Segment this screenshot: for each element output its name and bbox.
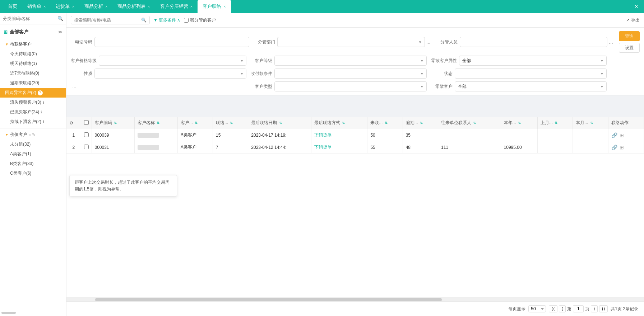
sidebar-item-ungroups[interactable]: 未分组(32) xyxy=(0,140,66,149)
row-contact-count: 7 xyxy=(213,141,248,154)
filter-dept-select[interactable] xyxy=(277,37,425,47)
sort-icon: ⇅ xyxy=(114,121,117,125)
filter-customer-grade-select[interactable] xyxy=(274,56,426,66)
sidebar-item-abnormal-repurchase[interactable]: 回购异常客户(2) ? xyxy=(0,88,66,98)
sidebar-item-c-class[interactable]: C类客户(6) xyxy=(0,169,66,178)
sidebar-item-declining[interactable]: 持续下滑客户(2) ℹ xyxy=(0,117,66,127)
nav-product-analysis[interactable]: 商品分析 × xyxy=(79,0,112,13)
nav-customer-contact[interactable]: 客户联络 × xyxy=(198,0,231,13)
page-number-input[interactable] xyxy=(573,305,584,312)
first-page-button[interactable]: ⟨⟨ xyxy=(549,305,557,312)
scroll-indicator xyxy=(1,312,16,314)
row-select-checkbox[interactable] xyxy=(84,132,89,137)
settings-col-header[interactable]: ⚙ xyxy=(66,117,81,129)
row-last-month xyxy=(538,129,573,141)
sidebar-item-7day-contact[interactable]: 近7天待联络(0) xyxy=(0,69,66,78)
sidebar-search-icon[interactable]: 🔍 xyxy=(57,16,63,21)
col-header-company-contact[interactable]: 往来单位联系人 ⇅ xyxy=(438,117,501,129)
sidebar-scroll-bar xyxy=(0,309,66,316)
col-header-contact-count[interactable]: 联络... ⇅ xyxy=(213,117,248,129)
col-header-last-contact-method[interactable]: 最后联络方式 ⇅ xyxy=(311,117,367,129)
close-icon[interactable]: × xyxy=(148,4,150,9)
action-grid-icon[interactable]: ⊞ xyxy=(620,132,624,138)
row-this-month xyxy=(573,141,608,154)
filter-status-select[interactable] xyxy=(455,69,607,79)
filter-customer-type-select[interactable] xyxy=(274,81,426,91)
more-filter-button[interactable]: ▼ 更多条件 ∧ xyxy=(153,17,180,23)
filter-manager-input[interactable] xyxy=(460,37,607,47)
tooltip-box: 距客户上次交易时长，超过了此客户的平均交易周期的1.5倍，则视为异常。 xyxy=(69,175,177,197)
info-icon-declining: ℹ xyxy=(43,120,44,124)
sidebar-group-pending-contact[interactable]: ▼ 待联络客户 xyxy=(0,39,66,49)
filter-phone-input[interactable] xyxy=(94,37,249,47)
search-input[interactable] xyxy=(74,18,140,23)
dept-dots[interactable]: ... xyxy=(425,39,432,45)
filter-payment-select[interactable] xyxy=(274,69,426,79)
page-end-text: 页 xyxy=(585,306,589,312)
sidebar-item-churned[interactable]: 已流失客户(24) ℹ xyxy=(0,107,66,117)
sidebar-item-tomorrow-contact[interactable]: 明天待联络(1) xyxy=(0,59,66,69)
sidebar-search-input[interactable] xyxy=(3,16,57,21)
select-all-checkbox[interactable] xyxy=(84,120,89,125)
manager-dots[interactable]: ... xyxy=(607,39,615,45)
prev-page-button[interactable]: ⟨ xyxy=(559,305,566,312)
last-page-button[interactable]: ⟩⟩ xyxy=(599,305,608,312)
search-icon[interactable]: 🔍 xyxy=(141,18,147,23)
nav-product-analysis-list[interactable]: 商品分析列表 × xyxy=(112,0,155,13)
filter-row-3: 性质 ▼ 收付款条件 ▼ xyxy=(71,69,640,79)
close-icon[interactable]: × xyxy=(223,4,226,9)
sidebar-item-a-class[interactable]: A类客户(1) xyxy=(0,149,66,159)
row-last-contact-date: 2023-04-17 14:19: xyxy=(248,129,311,141)
col-header-code[interactable]: 客户编码 ⇅ xyxy=(92,117,135,129)
filter-scatter-attr-select[interactable]: 全部 xyxy=(459,56,607,66)
action-link-icon[interactable]: 🔗 xyxy=(611,145,617,150)
row-select-checkbox[interactable] xyxy=(84,145,89,149)
setting-button[interactable]: 设置 xyxy=(619,43,640,53)
col-header-last-month[interactable]: 上月... ⇅ xyxy=(538,117,573,129)
close-icon[interactable]: × xyxy=(105,4,107,9)
filter-payment: 收付款条件 ▼ xyxy=(251,69,426,79)
my-customers-filter[interactable]: 我分管的客户 xyxy=(184,17,216,23)
sidebar-item-overdue-contact[interactable]: 逾期未联络(30) xyxy=(0,78,66,88)
sidebar-group-value-customer[interactable]: ▼ 价值客户 ○ ✎ xyxy=(0,130,66,140)
row-no: 2 xyxy=(66,141,81,154)
sidebar-item-today-contact[interactable]: 今天待联络(0) xyxy=(0,49,66,59)
export-button[interactable]: ↗ 导出 xyxy=(626,17,640,23)
nav-customer-segmentation[interactable]: 客户分层经营 × xyxy=(155,0,198,13)
row-this-month xyxy=(573,129,608,141)
my-customers-checkbox[interactable] xyxy=(184,18,189,23)
window-close-button[interactable]: × xyxy=(631,3,641,10)
col-header-this-month[interactable]: 本月... ⇅ xyxy=(573,117,608,129)
nav-purchase-order[interactable]: 进货单 × xyxy=(51,0,79,13)
next-page-button[interactable]: ⟩ xyxy=(591,305,598,312)
row-type: A类客户 xyxy=(177,141,213,154)
nav-sales-order[interactable]: 销售单 × xyxy=(22,0,51,13)
filter-row4-dots: ... xyxy=(71,84,246,89)
horizontal-scrollbar[interactable] xyxy=(66,297,644,301)
nav-home[interactable]: 首页 xyxy=(3,0,22,13)
total-records-label: 共1页 2条记录 xyxy=(611,306,638,312)
sidebar-all-customers[interactable]: ⊞ 全部客户 ≫ xyxy=(0,27,66,37)
sidebar-item-b-class[interactable]: B类客户(33) xyxy=(0,159,66,169)
row4-dots[interactable]: ... xyxy=(71,84,78,89)
page-size-select[interactable]: 50 10 20 100 xyxy=(528,305,546,312)
col-header-type[interactable]: 客户... ⇅ xyxy=(177,117,213,129)
action-link-icon[interactable]: 🔗 xyxy=(611,132,617,138)
col-header-unlinkable[interactable]: 未联... ⇅ xyxy=(367,117,403,129)
close-icon[interactable]: × xyxy=(190,4,193,9)
action-grid-icon[interactable]: ⊞ xyxy=(620,145,624,150)
col-header-year-amount[interactable]: 本年... ⇅ xyxy=(501,117,537,129)
close-icon[interactable]: × xyxy=(43,4,46,9)
toolbar-search: 🔍 xyxy=(71,16,150,24)
col-header-name[interactable]: 客户名称 ⇅ xyxy=(135,117,178,129)
filter-price-grade-select[interactable] xyxy=(99,56,246,66)
export-icon: ↗ xyxy=(626,18,630,23)
query-button[interactable]: 查询 xyxy=(619,31,640,41)
row-actions: 🔗 ⊞ xyxy=(608,141,644,154)
filter-nature-select[interactable] xyxy=(94,69,246,79)
filter-scatter-customer-select[interactable]: 全部 xyxy=(455,81,607,91)
sidebar-item-churn-warning[interactable]: 流失预警客户(3) ℹ xyxy=(0,98,66,107)
col-header-last-contact-date[interactable]: 最后联络日期 ⇅ xyxy=(248,117,311,129)
col-header-overdue[interactable]: 逾期... ⇅ xyxy=(403,117,438,129)
close-icon[interactable]: × xyxy=(72,4,74,9)
